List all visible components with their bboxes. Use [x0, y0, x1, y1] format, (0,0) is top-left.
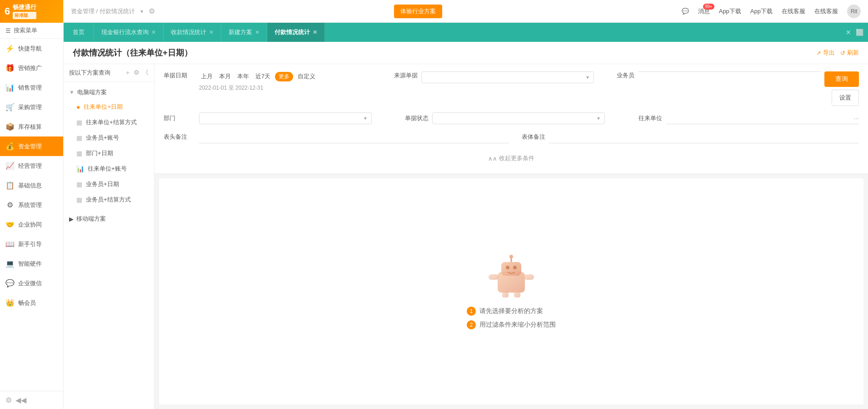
settings-btn[interactable]: 设置 — [832, 90, 859, 106]
date-btn-current-year[interactable]: 本年 — [235, 71, 251, 81]
date-btn-current-month[interactable]: 本月 — [217, 71, 233, 81]
logo-badge: 标准版 — [13, 12, 36, 19]
sidebar-item-wechat[interactable]: 💬 企业微信 — [0, 273, 63, 293]
svg-rect-8 — [502, 291, 509, 298]
settings-bottom-icon[interactable]: ⚙ — [5, 396, 12, 404]
empty-state-icon — [484, 254, 539, 299]
scheme-collapse-icon[interactable]: 《 — [142, 69, 149, 77]
sidebar-item-basic-info[interactable]: 📋 基础信息 — [0, 176, 63, 195]
query-btn[interactable]: 查询 — [824, 71, 859, 87]
sidebar-item-inventory[interactable]: 📦 库存核算 — [0, 117, 63, 136]
date-btn-last-7days[interactable]: 近7天 — [254, 71, 272, 81]
scheme-item-label: 业务员+日期 — [86, 180, 119, 188]
svg-rect-6 — [489, 274, 499, 280]
sidebar-item-label: 基础信息 — [18, 182, 42, 190]
scheme-item-partner-date[interactable]: ● 往来单位+日期 — [64, 99, 154, 115]
collapse-arrow-icon: ∧∧ — [488, 155, 497, 162]
scheme-item-partner-account[interactable]: 📊 往来单位+账号 — [64, 161, 154, 177]
online-service-btn[interactable]: 在线客服 — [782, 7, 805, 15]
scheme-item-icon: ▦ — [76, 181, 82, 188]
tip-num-2: 2 — [467, 320, 476, 329]
scheme-item-staff-date[interactable]: ▦ 业务员+日期 — [64, 177, 154, 192]
tab-payment-stats-label: 付款情况统计 — [274, 28, 310, 36]
collapse-more-btn[interactable]: ∧∧ 收起更多条件 — [484, 151, 538, 166]
tab-payment-stats-close[interactable]: ✕ — [313, 29, 317, 35]
tab-home[interactable]: 首页 — [64, 23, 94, 42]
dept-select[interactable]: ▾ — [199, 112, 372, 124]
sidebar-item-label: 库存核算 — [18, 123, 42, 131]
tab-cash-flow[interactable]: 现金银行流水查询 ✕ — [94, 23, 164, 42]
tab-bar: 首页 现金银行流水查询 ✕ 收款情况统计 ✕ 新建方案 ✕ 付款情况统计 ✕ ✕… — [64, 23, 868, 42]
sidebar-item-finance[interactable]: 💰 资金管理 — [0, 136, 63, 156]
close-window-icon[interactable]: ✕ — [846, 29, 851, 36]
pc-scheme-group-header[interactable]: ▼ 电脑端方案 — [64, 86, 154, 99]
collapse-sidebar-icon[interactable]: ◀◀ — [15, 396, 26, 404]
maximize-window-icon[interactable]: ⬜ — [856, 29, 863, 36]
empty-state: 1 请先选择要分析的方案 2 用过滤条件来缩小分析范围 — [159, 178, 863, 404]
system-icon: ⚙ — [5, 201, 15, 209]
mobile-scheme-group[interactable]: ▶ 移动端方案 — [64, 211, 154, 227]
scheme-item-staff-account[interactable]: ▦ 业务员+账号 — [64, 130, 154, 146]
sidebar-item-quick-nav[interactable]: ⚡ 快捷导航 — [0, 39, 63, 58]
message-icon: 💬 — [682, 8, 689, 15]
head-note-input[interactable] — [199, 131, 509, 143]
sidebar-item-label: 采购管理 — [18, 103, 42, 111]
export-btn[interactable]: ↗ 导出 — [816, 49, 835, 57]
notification-area[interactable]: 💬 99+ 消息 — [682, 7, 710, 15]
sidebar-item-sales[interactable]: 📊 销售管理 — [0, 78, 63, 97]
sidebar-item-hardware[interactable]: 💻 智能硬件 — [0, 254, 63, 273]
svg-point-2 — [506, 266, 509, 269]
source-select[interactable]: ▾ — [421, 71, 594, 83]
scheme-item-icon: ▦ — [76, 134, 82, 141]
sidebar-item-label: 经营管理 — [18, 162, 42, 170]
scheme-settings-icon[interactable]: ⚙ — [134, 69, 140, 77]
svg-point-3 — [513, 266, 517, 269]
sidebar-logo: 6 畅捷通行 标准版 — [0, 0, 63, 23]
tab-new-scheme[interactable]: 新建方案 ✕ — [221, 23, 267, 42]
tab-collection-stats[interactable]: 收款情况统计 ✕ — [164, 23, 221, 42]
inventory-icon: 📦 — [5, 122, 15, 131]
top-header-left: 资金管理 / 付款情况统计 ▾ ⚙ — [71, 7, 155, 15]
sidebar-item-label: 企业协同 — [18, 221, 42, 229]
user-avatar[interactable]: Rit — [847, 5, 861, 18]
scheme-item-staff-settle[interactable]: ▦ 业务员+结算方式 — [64, 192, 154, 207]
top-header: 资金管理 / 付款情况统计 ▾ ⚙ 体验行业方案 💬 99+ 消息 App下载 … — [64, 0, 868, 23]
industry-btn[interactable]: 体验行业方案 — [394, 5, 442, 18]
tab-collection-stats-label: 收款情况统计 — [171, 28, 206, 36]
sidebar-item-purchase[interactable]: 🛒 采购管理 — [0, 97, 63, 117]
doc-status-select[interactable]: ▾ — [432, 112, 605, 124]
scheme-item-dept-date[interactable]: ▦ 部门+日期 — [64, 146, 154, 161]
sidebar-item-system[interactable]: ⚙ 系统管理 — [0, 195, 63, 215]
partner-ellipsis-btn[interactable]: ··· — [845, 115, 859, 122]
tab-new-scheme-close[interactable]: ✕ — [255, 29, 259, 35]
date-btn-more[interactable]: 更多 — [275, 72, 293, 81]
staff-input-area — [639, 71, 821, 72]
date-btn-custom[interactable]: 自定义 — [296, 71, 317, 81]
logo-icon: 6 — [5, 5, 10, 17]
refresh-btn[interactable]: ↺ 刷新 — [840, 49, 859, 57]
body-note-input[interactable] — [549, 131, 859, 143]
date-btn-last-month[interactable]: 上月 — [199, 71, 215, 81]
tab-cash-flow-close[interactable]: ✕ — [151, 29, 156, 35]
partner-input[interactable] — [666, 112, 843, 124]
filter-panel: 单据日期 上月 本月 本年 近7天 更多 自定义 2022-01-01 至 20… — [155, 64, 868, 174]
sidebar-item-guide[interactable]: 📖 新手引导 — [0, 234, 63, 254]
page-area: 付款情况统计（往来单位+日期） ↗ 导出 ↺ 刷新 按以下方案查询 ＋ — [64, 42, 868, 409]
sidebar-item-enterprise[interactable]: 🤝 企业协同 — [0, 215, 63, 234]
sidebar-item-marketing[interactable]: 🎁 营销推广 — [0, 58, 63, 78]
scheme-item-partner-settle[interactable]: ▦ 往来单位+结算方式 — [64, 115, 154, 130]
search-menu[interactable]: ☰ 搜索菜单 — [0, 23, 63, 39]
sidebar-item-operation[interactable]: 📈 经营管理 — [0, 156, 63, 176]
main-area: 资金管理 / 付款情况统计 ▾ ⚙ 体验行业方案 💬 99+ 消息 App下载 … — [64, 0, 868, 409]
hardware-icon: 💻 — [5, 259, 15, 268]
tab-collection-stats-close[interactable]: ✕ — [209, 29, 214, 35]
gear-settings-icon[interactable]: ⚙ — [149, 7, 155, 15]
app-download-btn[interactable]: App下载 — [719, 7, 741, 15]
tab-payment-stats[interactable]: 付款情况统计 ✕ — [267, 23, 325, 42]
notification-badge: 99+ — [703, 4, 714, 10]
sidebar-item-vip[interactable]: 👑 畅会员 — [0, 293, 63, 313]
sidebar-nav: ⚡ 快捷导航 🎁 营销推广 📊 销售管理 🛒 采购管理 📦 库存核算 💰 资金管… — [0, 39, 63, 391]
enterprise-icon: 🤝 — [5, 220, 15, 229]
pc-group-arrow: ▼ — [69, 89, 75, 96]
scheme-add-icon[interactable]: ＋ — [125, 69, 131, 77]
